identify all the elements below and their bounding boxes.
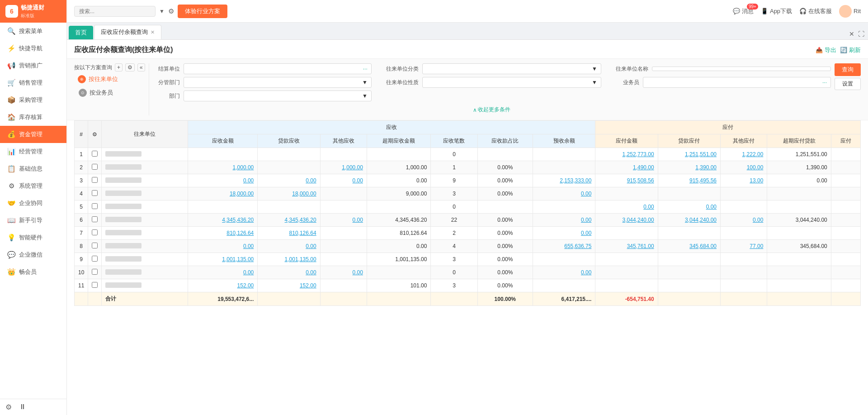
tab-ar-query[interactable]: 应收应付余额查询 ✕ bbox=[94, 25, 161, 39]
sidebar-item-营销推广[interactable]: 📢营销推广 bbox=[0, 57, 66, 74]
sidebar-item-搜索菜单[interactable]: 🔍搜索菜单 bbox=[0, 23, 66, 40]
row-prepaid[interactable]: 2,153,333.00 bbox=[533, 174, 595, 187]
row-ap-amount[interactable] bbox=[595, 266, 658, 279]
row-prepaid[interactable]: 0.00 bbox=[533, 187, 595, 200]
trial-btn[interactable]: 体验行业方案 bbox=[178, 5, 227, 18]
row-ar-other[interactable]: 0.00 bbox=[320, 174, 367, 187]
row-ap-amount[interactable]: 1,490.00 bbox=[595, 161, 658, 174]
sidebar-item-智能硬件[interactable]: 💡智能硬件 bbox=[0, 229, 66, 246]
row-ap-loan[interactable]: 0.00 bbox=[658, 200, 720, 214]
row-ap-other[interactable]: 100.00 bbox=[721, 161, 767, 174]
scheme-settings-icon[interactable]: ⚙ bbox=[125, 63, 135, 72]
row-ap-other[interactable]: 13.00 bbox=[721, 174, 767, 187]
tab-expand-icon[interactable]: ⛶ bbox=[858, 30, 864, 38]
row-ap-other[interactable] bbox=[721, 253, 767, 266]
row-ap-other[interactable] bbox=[721, 266, 767, 279]
row-ar-amount[interactable] bbox=[188, 200, 258, 214]
sidebar-item-经营管理[interactable]: 📊经营管理 bbox=[0, 143, 66, 160]
row-ar-other[interactable]: 0.00 bbox=[320, 214, 367, 227]
col-settings-header[interactable]: ⚙ bbox=[88, 121, 102, 148]
sidebar-item-库存核算[interactable]: 🏠库存核算 bbox=[0, 109, 66, 126]
row-prepaid[interactable]: 0.00 bbox=[533, 266, 595, 279]
sidebar-item-系统管理[interactable]: ⚙系统管理 bbox=[0, 177, 66, 195]
row-ar-loan[interactable]: 810,126.64 bbox=[258, 227, 320, 240]
row-check[interactable] bbox=[88, 161, 102, 174]
sidebar-item-快捷导航[interactable]: ⚡快捷导航 bbox=[0, 40, 66, 57]
row-prepaid[interactable] bbox=[533, 161, 595, 174]
row-ap-loan[interactable] bbox=[658, 253, 720, 266]
breadcrumb-input[interactable] bbox=[74, 6, 156, 17]
row-ar-other[interactable] bbox=[320, 187, 367, 200]
row-ar-amount[interactable]: 0.00 bbox=[188, 240, 258, 253]
row-prepaid[interactable]: 0.00 bbox=[533, 227, 595, 240]
salesperson-input[interactable]: ··· bbox=[643, 77, 831, 88]
row-ap-amount[interactable]: 0.00 bbox=[595, 200, 658, 214]
row-ap-other[interactable] bbox=[721, 187, 767, 200]
row-check[interactable] bbox=[88, 240, 102, 253]
sidebar-item-采购管理[interactable]: 📦采购管理 bbox=[0, 91, 66, 109]
refresh-btn[interactable]: 🔄 刷新 bbox=[840, 46, 861, 54]
row-ap-loan[interactable] bbox=[658, 266, 720, 279]
row-ar-other[interactable] bbox=[320, 240, 367, 253]
row-check[interactable] bbox=[88, 148, 102, 161]
collapse-icon[interactable]: ⏸ bbox=[19, 403, 26, 411]
dept-select[interactable]: ▼ bbox=[184, 77, 372, 88]
row-check[interactable] bbox=[88, 253, 102, 266]
row-ar-other[interactable] bbox=[320, 227, 367, 240]
row-ap-amount[interactable]: 345,761.00 bbox=[595, 240, 658, 253]
row-ap-amount[interactable] bbox=[595, 187, 658, 200]
row-ar-loan[interactable]: 152.00 bbox=[258, 279, 320, 292]
settings-icon[interactable]: ⚙ bbox=[5, 403, 12, 411]
online-service-btn[interactable]: 🎧 在线客服 bbox=[799, 7, 832, 15]
export-btn[interactable]: 📤 导出 bbox=[816, 46, 836, 54]
row-ar-loan[interactable]: 0.00 bbox=[258, 240, 320, 253]
scheme-by-unit[interactable]: ⊕ 按往来单位 bbox=[74, 73, 145, 85]
row-ap-other[interactable] bbox=[721, 227, 767, 240]
row-prepaid[interactable]: 0.00 bbox=[533, 214, 595, 227]
row-ap-amount[interactable] bbox=[595, 227, 658, 240]
row-prepaid[interactable]: 655,636.75 bbox=[533, 240, 595, 253]
row-ap-amount[interactable] bbox=[595, 253, 658, 266]
row-ar-other[interactable] bbox=[320, 279, 367, 292]
category-select[interactable]: ▼ bbox=[422, 63, 601, 74]
app-download-btn[interactable]: 📱 App下载 bbox=[761, 7, 792, 15]
row-ar-loan[interactable] bbox=[258, 148, 320, 161]
messages-btn[interactable]: 💬 消息 99+ bbox=[733, 7, 754, 15]
row-ar-amount[interactable]: 152.00 bbox=[188, 279, 258, 292]
sidebar-item-企业协同[interactable]: 🤝企业协同 bbox=[0, 195, 66, 212]
row-ap-other[interactable]: 0.00 bbox=[721, 214, 767, 227]
setting-btn[interactable]: 设置 bbox=[835, 78, 861, 90]
unitname-input[interactable] bbox=[652, 67, 831, 71]
row-prepaid[interactable] bbox=[533, 279, 595, 292]
row-ar-loan[interactable] bbox=[258, 161, 320, 174]
sidebar-item-资金管理[interactable]: 💰资金管理 bbox=[0, 126, 66, 143]
row-ap-loan[interactable] bbox=[658, 279, 720, 292]
row-ap-loan[interactable]: 1,251,551.00 bbox=[658, 148, 720, 161]
collapse-btn[interactable]: ∧ 收起更多条件 bbox=[473, 106, 510, 114]
user-avatar[interactable]: Rit bbox=[839, 5, 861, 18]
row-ap-amount[interactable]: 1,252,773.00 bbox=[595, 148, 658, 161]
row-check[interactable] bbox=[88, 266, 102, 279]
scheme-collapse-icon[interactable]: « bbox=[137, 63, 145, 72]
row-ap-loan[interactable] bbox=[658, 227, 720, 240]
row-ar-amount[interactable]: 4,345,436.20 bbox=[188, 214, 258, 227]
row-check[interactable] bbox=[88, 200, 102, 214]
row-ar-amount[interactable] bbox=[188, 148, 258, 161]
row-check[interactable] bbox=[88, 279, 102, 292]
row-ar-other[interactable]: 1,000.00 bbox=[320, 161, 367, 174]
row-ap-other[interactable] bbox=[721, 200, 767, 214]
tab-home[interactable]: 首页 bbox=[69, 26, 93, 39]
row-ap-amount[interactable]: 3,044,240.00 bbox=[595, 214, 658, 227]
sidebar-item-畅会员[interactable]: 👑畅会员 bbox=[0, 263, 66, 281]
row-ar-amount[interactable]: 0.00 bbox=[188, 174, 258, 187]
row-ap-loan[interactable]: 915,495.56 bbox=[658, 174, 720, 187]
tab-close-icon[interactable]: ✕ bbox=[151, 29, 155, 35]
query-btn[interactable]: 查询 bbox=[835, 63, 861, 76]
row-ar-other[interactable] bbox=[320, 148, 367, 161]
settlement-input[interactable]: ··· bbox=[184, 63, 372, 74]
row-ap-loan[interactable]: 1,390.00 bbox=[658, 161, 720, 174]
settings-gear-icon[interactable]: ⚙ bbox=[168, 7, 174, 15]
row-ar-amount[interactable]: 18,000.00 bbox=[188, 187, 258, 200]
row-ar-loan[interactable]: 0.00 bbox=[258, 266, 320, 279]
row-ar-loan[interactable] bbox=[258, 200, 320, 214]
